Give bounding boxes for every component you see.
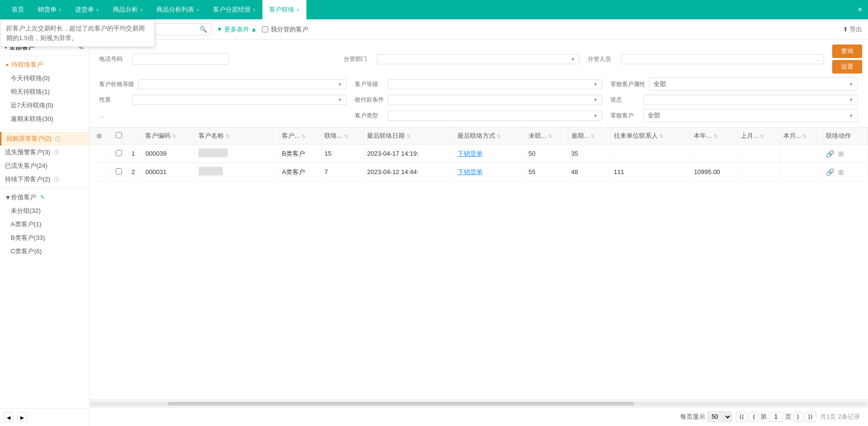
export-label: 导出 (850, 25, 862, 34)
nav-purchase-close[interactable]: × (96, 7, 99, 13)
sidebar-item-week-contact[interactable]: 近7天待联络(0) (0, 99, 89, 112)
churned-label: 已流失客户(24) (5, 162, 47, 169)
filter-label: 更多条件 (224, 25, 249, 34)
nav-sales[interactable]: 销货单 × (31, 0, 68, 19)
row-1-grid-icon[interactable]: ⊞ (838, 150, 844, 158)
filter-retail-attr-select[interactable]: 全部 ▼ (649, 77, 858, 91)
last-page-button[interactable]: ⟩⟩ (805, 412, 816, 422)
th-this-year[interactable]: 本年... ⇅ (691, 128, 737, 145)
filter-person-select[interactable]: ... (621, 54, 824, 64)
sidebar-item-ungrouped[interactable]: 未分组(32) (0, 204, 89, 218)
nav-home[interactable]: 首页 (5, 0, 31, 19)
sidebar-item-today-contact[interactable]: 今天待联络(0) (0, 72, 89, 85)
nav-customer-segment-close[interactable]: × (253, 7, 256, 13)
nav-customer-contact[interactable]: 客户联络 × (262, 0, 306, 19)
sidebar: 🔍 ▪ 全部客户 ≪ ▼ 待联络客户 今天待联络(0) 明天待联络(1) 近7天… (0, 19, 90, 426)
filter-dept-select[interactable]: ▼ (377, 54, 580, 64)
row-2-last-contact-method[interactable]: 下销货单 (457, 168, 483, 176)
nav-goods-analysis-list-close[interactable]: × (196, 7, 199, 13)
more-filters-button[interactable]: ▼ 更多条件 ▲ (216, 25, 257, 34)
filter-customer-type-select[interactable]: ▼ (388, 111, 602, 121)
sidebar-item-a-class[interactable]: A类客户(1) (0, 218, 89, 231)
nav-sales-close[interactable]: × (59, 7, 61, 13)
per-page-dropdown[interactable]: 50 20 100 200 (707, 411, 732, 422)
th-overdue[interactable]: 逾期... ⇅ (568, 128, 610, 145)
sidebar-item-tomorrow-contact[interactable]: 明天待联络(1) (0, 85, 89, 99)
row-1-checkbox[interactable] (116, 150, 122, 156)
filter-retail-customer-select[interactable]: 全部 ▼ (643, 109, 858, 122)
th-this-month[interactable]: 本月... ⇅ (780, 128, 822, 145)
sidebar-item-c-class[interactable]: C类客户(6) (0, 245, 89, 258)
export-icon: ⬆ (843, 26, 848, 33)
scroll-thumb[interactable] (168, 402, 634, 406)
sidebar-next-icon[interactable]: ▶ (17, 412, 27, 422)
td-last-contact-date-2: 2023-04-12 14:44: (364, 163, 454, 181)
th-name[interactable]: 客户名称 ⇅ (196, 128, 279, 145)
sort-method-icon: ⇅ (497, 133, 501, 139)
sidebar-item-declining[interactable]: 持续下滑客户(2) ⓘ (0, 173, 89, 186)
row-1-last-contact-method[interactable]: 下销货单 (457, 150, 483, 157)
settings-button[interactable]: 设置 (832, 60, 862, 73)
th-code[interactable]: 客户编码 ⇅ (142, 128, 196, 145)
value-customer-header[interactable]: ▼ 价值客户 ✎ (0, 191, 89, 204)
edit-value-customer-icon[interactable]: ✎ (40, 194, 45, 201)
sort-last-month-icon: ⇅ (760, 133, 764, 139)
nav-goods-analysis-list[interactable]: 商品分析列表 × (150, 0, 206, 19)
search-icon-button[interactable]: 🔍 (199, 26, 207, 33)
row-2-uncontacted: 55 (529, 168, 535, 176)
sidebar-item-repurchase-abnormal[interactable]: 回购异常客户(2) ⓘ (0, 132, 89, 146)
select-all-checkbox[interactable] (116, 132, 122, 138)
nav-customer-contact-close[interactable]: × (296, 7, 299, 13)
nav-purchase[interactable]: 进货单 × (68, 0, 106, 19)
filter-price-grade-label: 客户价格等级 (99, 80, 134, 88)
row-2-grid-icon[interactable]: ⊞ (838, 168, 844, 176)
pending-contact-header[interactable]: ▼ 待联络客户 (0, 58, 89, 72)
th-last-month[interactable]: 上月... ⇅ (737, 128, 780, 145)
more-filter-btn[interactable]: ... (99, 112, 104, 119)
sidebar-item-overdue-contact[interactable]: 逾期未联络(30) (0, 112, 89, 126)
th-last-contact-method[interactable]: 最后联络方式 ⇅ (454, 128, 525, 145)
td-last-contact-method-1: 下销货单 (454, 145, 525, 163)
filter-gender-select[interactable]: ▼ (132, 95, 347, 105)
sidebar-item-b-class[interactable]: B类客户(33) (0, 231, 89, 245)
filter-phone-input[interactable] (132, 53, 229, 65)
first-page-button[interactable]: ⟨⟨ (736, 412, 747, 422)
my-customer-checkbox[interactable] (262, 26, 268, 32)
th-uncontacted[interactable]: 未联... ⇅ (525, 128, 568, 145)
row-2-checkbox[interactable] (116, 168, 122, 175)
filter-retail-customer-arrow: ▼ (849, 113, 853, 118)
nav-goods-analysis-close[interactable]: × (140, 7, 143, 13)
close-all-button[interactable]: × (858, 5, 862, 14)
nav-goods-analysis[interactable]: 商品分析 × (106, 0, 150, 19)
filter-payment-select[interactable]: ▼ (388, 95, 602, 105)
export-button[interactable]: ⬆ 导出 (843, 25, 862, 34)
page-number-input[interactable] (769, 412, 783, 422)
nav-customer-segment[interactable]: 客户分层经营 × (206, 0, 262, 19)
horizontal-scrollbar[interactable] (90, 399, 868, 407)
th-last-contact-date[interactable]: 最后联络日期 ⇅ (364, 128, 454, 145)
page-size-select: 每页显示 50 20 100 200 (680, 411, 732, 422)
nav-sales-label: 销货单 (38, 5, 57, 14)
prev-page-button[interactable]: ⟨ (749, 412, 759, 422)
th-grade[interactable]: 客户... ⇅ (279, 128, 321, 145)
row-2-link-icon[interactable]: 🔗 (826, 168, 834, 176)
settings-gear-icon[interactable]: ⚙ (93, 130, 105, 143)
sidebar-bottom-nav: ◀ ▶ (0, 408, 89, 426)
filter-customer-type-label: 客户类型 (355, 112, 384, 120)
sidebar-prev-icon[interactable]: ◀ (4, 412, 14, 422)
th-contact[interactable]: 联络... ⇅ (321, 128, 364, 145)
info-icon-churn: ⓘ (54, 149, 59, 155)
row-2-this-year: 10995.00 (694, 168, 720, 176)
filter-price-grade-select[interactable]: ▼ (138, 79, 347, 89)
sidebar-item-churn-warning[interactable]: 流失预警客户(3) ⓘ (0, 146, 89, 159)
th-contact-person[interactable]: 往来单位联系人 ⇅ (610, 128, 691, 145)
query-button[interactable]: 查询 (832, 44, 862, 58)
next-page-button[interactable]: ⟩ (793, 412, 803, 422)
nav-customer-segment-label: 客户分层经营 (213, 5, 251, 14)
filter-grade-select[interactable]: ▼ (388, 79, 602, 89)
info-icon-repurchase: ⓘ (55, 136, 61, 142)
sidebar-item-churned[interactable]: 已流失客户(24) (0, 159, 89, 173)
row-1-link-icon[interactable]: 🔗 (826, 150, 834, 158)
filter-status-select[interactable]: ▼ (643, 95, 858, 105)
action-buttons: 查询 设置 (828, 44, 862, 73)
